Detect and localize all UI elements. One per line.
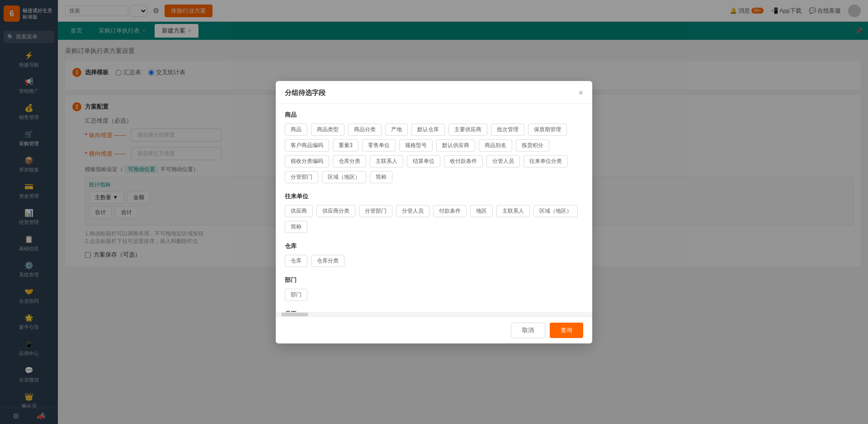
- section-department: 部门 部门: [285, 276, 583, 301]
- field-tag[interactable]: 部门: [285, 289, 307, 301]
- field-tag[interactable]: 规格型号: [399, 139, 433, 152]
- field-tag[interactable]: 供应商分类: [316, 205, 355, 217]
- section-counterpart: 往来单位 供应商供应商分类分管部门分管人员付款条件地区主联系人区域（地区）简称: [285, 192, 583, 233]
- section-warehouse-title: 仓库: [285, 242, 583, 250]
- field-tag[interactable]: 商品类型: [311, 124, 344, 136]
- section-warehouse: 仓库 仓库仓库分类: [285, 242, 583, 267]
- section-counterpart-title: 往来单位: [285, 192, 583, 200]
- modal-header: 分组待选字段 ×: [276, 81, 592, 104]
- field-tag[interactable]: 往来单位分类: [524, 155, 568, 167]
- modal-hscroll[interactable]: [276, 312, 592, 317]
- section-goods-fields: 商品商品类型商品分类产地默认仓库主要供应商批次管理保质期管理客户商品编码重量3零…: [285, 124, 583, 183]
- field-tag[interactable]: 供应商: [285, 205, 313, 217]
- field-tag[interactable]: 结算单位: [407, 155, 440, 167]
- field-tag[interactable]: 分管人员: [486, 155, 520, 167]
- modal-overlay: 分组待选字段 × 商品 商品商品类型商品分类产地默认仓库主要供应商批次管理保质期…: [0, 0, 868, 424]
- field-select-modal: 分组待选字段 × 商品 商品商品类型商品分类产地默认仓库主要供应商批次管理保质期…: [276, 81, 592, 343]
- field-tag[interactable]: 简称: [370, 171, 392, 183]
- field-tag[interactable]: 付款条件: [433, 205, 467, 217]
- section-goods-title: 商品: [285, 111, 583, 119]
- field-tag[interactable]: 分管部门: [359, 205, 392, 217]
- field-tag[interactable]: 重量3: [333, 139, 359, 152]
- field-tag[interactable]: 零售单位: [362, 139, 396, 152]
- field-tag[interactable]: 商品: [285, 124, 307, 136]
- field-tag[interactable]: 商品分类: [348, 124, 382, 136]
- modal-footer: 取消 查询: [276, 317, 592, 343]
- field-tag[interactable]: 默认仓库: [411, 124, 445, 136]
- field-tag[interactable]: 地区: [470, 205, 493, 217]
- field-tag[interactable]: 简称: [285, 221, 307, 233]
- section-goods: 商品 商品商品类型商品分类产地默认仓库主要供应商批次管理保质期管理客户商品编码重…: [285, 111, 583, 183]
- field-tag[interactable]: 产地: [385, 124, 408, 136]
- field-tag[interactable]: 仓库分类: [333, 155, 366, 167]
- modal-body[interactable]: 商品 商品商品类型商品分类产地默认仓库主要供应商批次管理保质期管理客户商品编码重…: [276, 104, 592, 312]
- field-tag[interactable]: 拣货积分: [516, 139, 549, 152]
- hscroll-thumb[interactable]: [281, 313, 308, 316]
- modal-close-button[interactable]: ×: [578, 88, 583, 98]
- field-tag[interactable]: 商品别名: [479, 139, 512, 152]
- modal-title: 分组待选字段: [285, 89, 326, 97]
- modal-cancel-button[interactable]: 取消: [511, 323, 545, 338]
- field-tag[interactable]: 仓库: [285, 255, 307, 267]
- field-tag[interactable]: 保质期管理: [528, 124, 567, 136]
- section-counterpart-fields: 供应商供应商分类分管部门分管人员付款条件地区主联系人区域（地区）简称: [285, 205, 583, 233]
- modal-confirm-button[interactable]: 查询: [550, 323, 583, 338]
- field-tag[interactable]: 仓库分类: [311, 255, 344, 267]
- section-department-title: 部门: [285, 276, 583, 284]
- field-tag[interactable]: 收付款条件: [444, 155, 483, 167]
- field-tag[interactable]: 主联系人: [370, 155, 403, 167]
- field-tag[interactable]: 税收分类编码: [285, 155, 329, 167]
- field-tag[interactable]: 区域（地区）: [533, 205, 578, 217]
- field-tag[interactable]: 分管部门: [285, 171, 318, 183]
- field-tag[interactable]: 分管人员: [396, 205, 429, 217]
- field-tag[interactable]: 区域（地区）: [322, 171, 366, 183]
- section-department-fields: 部门: [285, 289, 583, 301]
- field-tag[interactable]: 客户商品编码: [285, 139, 329, 152]
- field-tag[interactable]: 主要供应商: [448, 124, 487, 136]
- field-tag[interactable]: 批次管理: [491, 124, 524, 136]
- section-warehouse-fields: 仓库仓库分类: [285, 255, 583, 267]
- field-tag[interactable]: 主联系人: [496, 205, 530, 217]
- field-tag[interactable]: 默认供应商: [436, 139, 475, 152]
